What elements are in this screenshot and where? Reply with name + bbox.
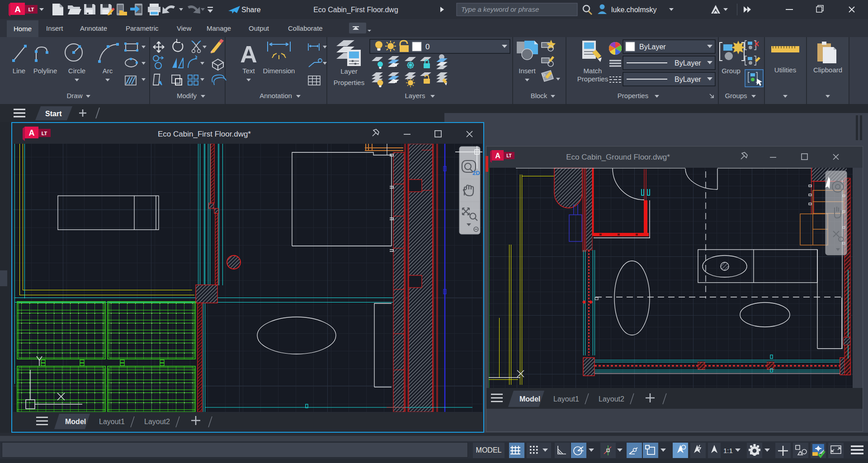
- svg-text:Properties: Properties: [334, 79, 364, 86]
- svg-text:Properties: Properties: [618, 92, 648, 99]
- svg-text:Utilities: Utilities: [774, 66, 796, 74]
- svg-text:0: 0: [425, 43, 429, 51]
- svg-text:Line: Line: [13, 67, 25, 75]
- svg-text:Layout2: Layout2: [599, 395, 624, 403]
- svg-text:Layers: Layers: [405, 92, 425, 99]
- svg-text:A: A: [14, 5, 21, 14]
- svg-text:Groups: Groups: [725, 92, 747, 99]
- svg-text:A: A: [29, 128, 35, 137]
- svg-text:Model: Model: [519, 395, 540, 403]
- svg-text:Clipboard: Clipboard: [813, 66, 842, 74]
- svg-text:A: A: [240, 41, 257, 67]
- svg-text:Type a keyword or phrase: Type a keyword or phrase: [461, 5, 539, 13]
- svg-text:Arc: Arc: [103, 67, 113, 75]
- svg-text:2D: 2D: [472, 170, 480, 176]
- svg-text:LT: LT: [42, 131, 47, 136]
- svg-text:Layout2: Layout2: [144, 418, 170, 425]
- svg-text:ByLayer: ByLayer: [675, 76, 701, 83]
- svg-text:1:1: 1:1: [723, 447, 733, 454]
- svg-text:ByLayer: ByLayer: [675, 59, 701, 67]
- svg-text:MODEL: MODEL: [476, 446, 502, 454]
- svg-text:Start: Start: [45, 110, 62, 118]
- svg-text:ByLayer: ByLayer: [639, 43, 666, 51]
- svg-text:Eco Cabin_First Floor.dwg*: Eco Cabin_First Floor.dwg*: [158, 130, 251, 138]
- svg-text:Layout1: Layout1: [99, 418, 125, 425]
- svg-text:Match: Match: [584, 67, 602, 75]
- svg-text:Draw: Draw: [66, 92, 82, 99]
- svg-text:Modify: Modify: [177, 92, 197, 99]
- svg-text:Group: Group: [722, 67, 741, 75]
- svg-text:Annotation: Annotation: [259, 92, 292, 99]
- svg-text:LT: LT: [506, 153, 511, 158]
- svg-text:Block: Block: [531, 92, 547, 99]
- svg-text:Text: Text: [242, 67, 255, 75]
- svg-text:Model: Model: [65, 418, 86, 425]
- svg-text:LT: LT: [28, 7, 34, 12]
- svg-text:A: A: [495, 152, 500, 160]
- svg-text:Properties: Properties: [577, 75, 608, 83]
- svg-text:Eco Cabin_Ground Floor.dwg*: Eco Cabin_Ground Floor.dwg*: [566, 153, 670, 161]
- svg-text:Share: Share: [241, 6, 261, 14]
- svg-text:Layer: Layer: [340, 67, 358, 75]
- svg-text:Eco Cabin_First Floor.dwg: Eco Cabin_First Floor.dwg: [313, 6, 398, 14]
- svg-text:Dimension: Dimension: [263, 67, 295, 75]
- svg-text:Polyline: Polyline: [33, 67, 57, 75]
- svg-text:Circle: Circle: [68, 67, 85, 75]
- svg-text:Layout1: Layout1: [553, 395, 579, 403]
- svg-text:luke.cholmsky: luke.cholmsky: [611, 6, 656, 14]
- svg-text:Insert: Insert: [519, 67, 536, 75]
